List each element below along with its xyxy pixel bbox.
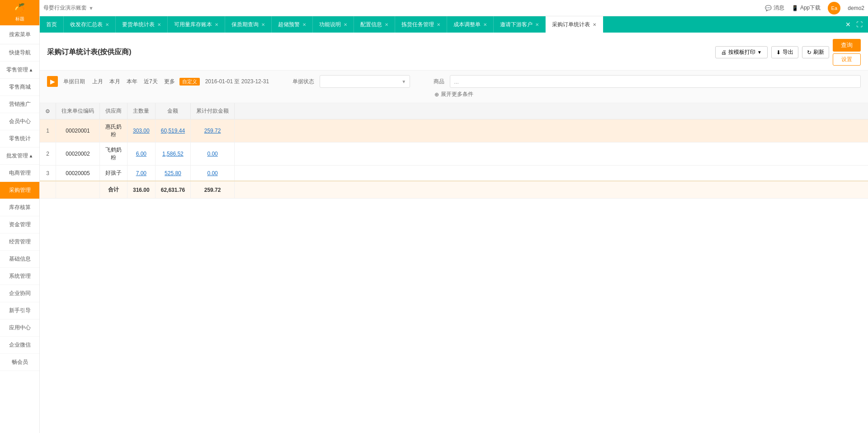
th-gear[interactable]: ⚙ xyxy=(40,103,56,119)
row-1-amount[interactable]: 60,519.44 xyxy=(155,119,190,143)
sidebar-item-newbie[interactable]: 新手引导 xyxy=(0,302,39,319)
query-button[interactable]: 查询 xyxy=(833,39,861,52)
date-7-days[interactable]: 近7天 xyxy=(142,77,160,86)
sidebar-item-member[interactable]: 畅会员 xyxy=(0,354,39,371)
close-tab-invite-downstream[interactable]: ✕ xyxy=(535,22,539,27)
user-name[interactable]: demo2 xyxy=(848,5,864,11)
row-1-qty[interactable]: 303.00 xyxy=(127,119,156,143)
close-tab-cost-adjust[interactable]: ✕ xyxy=(483,22,487,27)
workspace-dropdown-icon[interactable]: ▼ xyxy=(89,5,94,11)
close-tab-purchase-stats[interactable]: ✕ xyxy=(593,22,596,27)
tab-invite-downstream[interactable]: 邀请下游客户 ✕ xyxy=(494,16,546,33)
row-3-amount[interactable]: 525.80 xyxy=(155,166,190,181)
settings-button[interactable]: 设置 xyxy=(833,53,861,66)
tab-expiry-query[interactable]: 保质期查询 ✕ xyxy=(225,16,272,33)
close-tab-config-info[interactable]: ✕ xyxy=(385,22,388,27)
app-download-btn[interactable]: 📱 App下载 xyxy=(792,4,821,12)
tab-function-desc[interactable]: 功能说明 ✕ xyxy=(313,16,354,33)
row-3-paid[interactable]: 0.00 xyxy=(191,166,235,181)
row-1-paid[interactable]: 259.72 xyxy=(191,119,235,143)
sidebar-item-finance[interactable]: 资金管理 xyxy=(0,216,39,233)
close-tab-available-stock[interactable]: ✕ xyxy=(215,22,218,27)
row-2-qty[interactable]: 6.00 xyxy=(127,143,156,166)
sidebar-item-inventory[interactable]: 库存核算 xyxy=(0,199,39,216)
goods-filter-input[interactable]: ... xyxy=(450,75,861,88)
expand-more-btn[interactable]: ⊕ 展开更多条件 xyxy=(47,90,861,98)
table-row[interactable]: 3 00020005 好孩子 7.00 525.80 0.00 xyxy=(40,166,868,181)
refresh-button[interactable]: ↻ 刷新 xyxy=(802,46,829,58)
sidebar-item-purchase[interactable]: 采购管理 xyxy=(0,182,39,199)
app-logo[interactable]: 🍊 标题 xyxy=(0,0,39,25)
status-select[interactable]: ▼ xyxy=(320,75,410,88)
close-tab-overstock-warning[interactable]: ✕ xyxy=(302,22,306,27)
sidebar-item-marketing[interactable]: 营销推广 xyxy=(0,96,39,113)
row-2-num: 2 xyxy=(40,143,56,166)
tab-available-stock[interactable]: 可用量库存账本 ✕ xyxy=(168,16,225,33)
sidebar-item-system[interactable]: 系统管理 xyxy=(0,268,39,285)
main-area: 母婴行业演示账套 ▼ 💬 消息 📱 App下载 Ea demo2 首页 收发存汇… xyxy=(40,0,868,433)
row-2-paid[interactable]: 0.00 xyxy=(191,143,235,166)
row-3-unit-code[interactable]: 00020005 xyxy=(56,166,100,181)
footer-extra xyxy=(235,181,868,199)
sidebar-item-retail-stats[interactable]: 零售统计 xyxy=(0,130,39,148)
tab-home[interactable]: 首页 xyxy=(40,16,64,33)
close-tab-receive-summary[interactable]: ✕ xyxy=(105,22,109,27)
maximize-window-btn[interactable]: ⛶ xyxy=(854,20,864,29)
date-custom-badge[interactable]: 自定义 xyxy=(179,78,200,86)
close-tab-pick-task[interactable]: ✕ xyxy=(437,22,440,27)
tab-cost-adjust[interactable]: 成本调整单 ✕ xyxy=(447,16,494,33)
th-paid: 累计付款金额 xyxy=(191,103,235,119)
tab-pick-task[interactable]: 拣货任务管理 ✕ xyxy=(395,16,447,33)
row-3-qty[interactable]: 7.00 xyxy=(127,166,156,181)
print-button[interactable]: 🖨 按模板打印 ▼ xyxy=(715,46,768,58)
refresh-icon: ↻ xyxy=(807,49,811,56)
filter-area: ▶ 单据日期 上月 本月 本年 近7天 更多 自定义 2016-01-01 至 … xyxy=(40,71,868,103)
user-avatar[interactable]: Ea xyxy=(828,2,840,14)
export-button[interactable]: ⬇ 导出 xyxy=(771,46,798,58)
sidebar-item-retail-manage[interactable]: 零售管理 ▲ xyxy=(0,62,39,79)
close-tab-function-desc[interactable]: ✕ xyxy=(344,22,347,27)
sidebar-item-corp-wechat[interactable]: 企业微信 xyxy=(0,337,39,354)
tabbar: 首页 收发存汇总表 ✕ 要货单统计表 ✕ 可用量库存账本 ✕ 保质期查询 ✕ 超… xyxy=(40,16,868,33)
date-this-year[interactable]: 本年 xyxy=(125,77,139,86)
print-dropdown-icon[interactable]: ▼ xyxy=(757,50,762,55)
tab-receive-summary[interactable]: 收发存汇总表 ✕ xyxy=(64,16,116,33)
sidebar-item-ops[interactable]: 经营管理 xyxy=(0,233,39,251)
date-this-month[interactable]: 本月 xyxy=(108,77,122,86)
gear-icon[interactable]: ⚙ xyxy=(45,108,50,114)
row-2-amount[interactable]: 1,586.52 xyxy=(155,143,190,166)
page-title: 采购订单统计表(按供应商) xyxy=(47,48,132,57)
date-last-month[interactable]: 上月 xyxy=(90,77,105,86)
table-row[interactable]: 2 00020002 飞鹤奶粉 6.00 1,586.52 0.00 xyxy=(40,143,868,166)
sidebar-item-wholesale[interactable]: 批发管理 ▲ xyxy=(0,148,39,165)
sidebar-item-app-center[interactable]: 应用中心 xyxy=(0,319,39,337)
sidebar-item-basic[interactable]: 基础信息 xyxy=(0,251,39,268)
close-window-btn[interactable]: ✕ xyxy=(844,20,853,29)
topbar: 母婴行业演示账套 ▼ 💬 消息 📱 App下载 Ea demo2 xyxy=(40,0,868,16)
table-row[interactable]: 1 00020001 惠氏奶粉 303.00 60,519.44 259.72 xyxy=(40,119,868,143)
sidebar-item-enterprise[interactable]: 企业协同 xyxy=(0,285,39,302)
tab-config-info[interactable]: 配置信息 ✕ xyxy=(354,16,395,33)
topbar-actions: 💬 消息 📱 App下载 Ea demo2 xyxy=(765,2,864,14)
logo-icon: 🍊 xyxy=(14,3,26,15)
sidebar-item-member-center[interactable]: 会员中心 xyxy=(0,113,39,130)
logo-text: 标题 xyxy=(15,16,24,22)
sidebar-item-ecom[interactable]: 电商管理 xyxy=(0,165,39,182)
row-1-unit-code[interactable]: 00020001 xyxy=(56,119,100,143)
sidebar-item-retail-mall[interactable]: 零售商城 xyxy=(0,79,39,96)
sidebar-item-quick-nav[interactable]: 快捷导航 xyxy=(0,44,39,62)
row-2-unit-code[interactable]: 00020002 xyxy=(56,143,100,166)
th-supplier: 供应商 xyxy=(100,103,127,119)
row-3-extra xyxy=(235,166,868,181)
close-tab-goods-stats[interactable]: ✕ xyxy=(157,22,161,27)
tab-overstock-warning[interactable]: 超储预警 ✕ xyxy=(272,16,313,33)
date-more[interactable]: 更多 xyxy=(162,77,177,86)
sidebar-item-search[interactable]: 搜索菜单 xyxy=(2,29,38,40)
message-btn[interactable]: 💬 消息 xyxy=(765,4,784,12)
filter-collapse-btn[interactable]: ▶ xyxy=(47,76,58,87)
tab-goods-stats[interactable]: 要货单统计表 ✕ xyxy=(116,16,168,33)
workspace-selector[interactable]: 母婴行业演示账套 ▼ xyxy=(43,4,765,12)
tabbar-end-actions: ✕ ⛶ xyxy=(840,20,868,29)
close-tab-expiry-query[interactable]: ✕ xyxy=(261,22,265,27)
tab-purchase-stats[interactable]: 采购订单统计表 ✕ xyxy=(546,16,603,33)
